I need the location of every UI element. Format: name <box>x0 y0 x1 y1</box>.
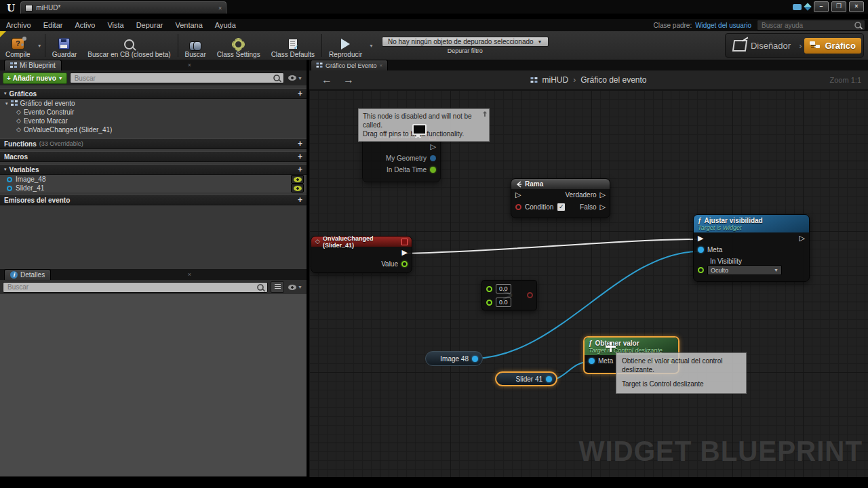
tab-close-icon[interactable]: × <box>188 62 191 68</box>
exec-out-pin[interactable]: ▶ <box>402 249 408 256</box>
designer-mode-button[interactable]: Diseñador <box>728 37 796 54</box>
exec-in-pin[interactable]: ▶ <box>698 235 703 242</box>
compile-icon: ? <box>12 38 24 49</box>
details-search-input[interactable] <box>6 283 256 291</box>
feedback-icon[interactable] <box>793 4 802 10</box>
add-macro-button[interactable]: + <box>298 152 302 161</box>
help-search[interactable] <box>757 20 865 30</box>
node-rama[interactable]: Rama ▷ Verdadero ▷ Condition ✓ Falso ▷ <box>511 178 610 218</box>
function-icon: ƒ <box>589 340 593 347</box>
node-get-image48[interactable]: Image 48 <box>425 351 483 366</box>
node-compare[interactable]: > 0.0 0.0 <box>481 280 537 310</box>
graph-canvas[interactable]: This node is disabled and will not be ca… <box>309 90 868 477</box>
delta-time-pin[interactable] <box>430 167 436 173</box>
true-exec-pin[interactable]: ▷ <box>600 191 606 199</box>
compare-result-pin[interactable] <box>527 292 533 298</box>
menu-ventana[interactable]: Ventana <box>169 21 208 29</box>
compile-options-caret-icon[interactable]: ▼ <box>36 43 43 48</box>
menu-depurar[interactable]: Depurar <box>130 21 170 29</box>
eye-filter-icon[interactable] <box>288 285 296 290</box>
menu-editar[interactable]: Editar <box>37 21 69 29</box>
target-pin[interactable] <box>589 358 595 364</box>
section-variables[interactable]: ▾ Variables + <box>0 164 307 175</box>
object-out-pin[interactable] <box>472 356 478 362</box>
variable-row-image48[interactable]: Image_48 <box>0 175 307 184</box>
class-defaults-button[interactable]: Class Defaults <box>266 31 320 60</box>
details-tab[interactable]: i Detalles <box>4 269 51 280</box>
close-button[interactable]: × <box>849 1 864 12</box>
variable-row-slider41[interactable]: Slider_41 <box>0 184 307 192</box>
target-pin[interactable] <box>698 247 704 253</box>
tab-close-icon[interactable]: × <box>380 62 383 68</box>
property-matrix-button[interactable] <box>271 281 284 293</box>
blueprint-search[interactable] <box>70 73 284 83</box>
exec-out-pin[interactable]: ▷ <box>431 143 436 150</box>
section-functions[interactable]: Functions (33 Overridable) + <box>0 138 307 149</box>
expand-arrow-icon[interactable]: ▾ <box>4 91 7 96</box>
tree-item-event-graph[interactable]: ▾ Gráfico del evento <box>0 99 307 108</box>
exec-in-pin[interactable]: ▷ <box>515 191 521 199</box>
breadcrumb-root[interactable]: miHUD <box>542 75 568 85</box>
asset-tab-mihud[interactable]: miHUD* × <box>20 1 226 14</box>
asset-tab-close-icon[interactable]: × <box>218 5 222 12</box>
condition-checkbox[interactable]: ✓ <box>557 203 566 211</box>
add-variable-button[interactable]: + <box>298 165 302 174</box>
play-button[interactable]: Reproducir <box>323 31 368 60</box>
node-onvaluechanged[interactable]: ◇ OnValueChanged (Slider_41) ▶ Value <box>311 236 412 273</box>
section-event-dispatchers[interactable]: Emisores del evento + <box>0 195 307 205</box>
tab-close-icon[interactable]: × <box>188 271 191 278</box>
section-macros[interactable]: Macros + <box>0 151 307 162</box>
add-graph-button[interactable]: + <box>298 89 302 98</box>
eye-filter-icon[interactable] <box>288 75 296 81</box>
event-graph-tab[interactable]: Gráfico Del Evento × <box>311 60 388 70</box>
my-blueprint-tab[interactable]: Mi Blueprint <box>4 60 62 70</box>
tree-item-onvaluechanged[interactable]: ◇ OnValueChanged (Slider_41) <box>0 125 307 134</box>
expand-arrow-icon[interactable]: ▾ <box>5 101 8 106</box>
menu-vista[interactable]: Vista <box>101 21 130 29</box>
expand-arrow-icon[interactable]: ▾ <box>4 167 7 172</box>
visibility-dropdown[interactable]: Oculto ▼ <box>707 265 782 275</box>
add-function-button[interactable]: + <box>298 139 302 148</box>
forward-arrow-icon[interactable]: → <box>338 74 359 86</box>
back-arrow-icon[interactable]: ← <box>316 74 338 86</box>
breadcrumb-page[interactable]: Gráfico del evento <box>580 75 646 85</box>
debug-object-dropdown[interactable]: No hay ningún objeto de depurado selecci… <box>382 37 549 47</box>
compare-input-a-pin[interactable] <box>486 286 492 292</box>
variable-visibility-button[interactable] <box>291 184 304 192</box>
maximize-button[interactable]: ❐ <box>831 1 846 12</box>
help-search-input[interactable] <box>760 21 854 30</box>
minimize-button[interactable]: – <box>814 1 829 12</box>
asset-tab-label: miHUD* <box>36 4 60 12</box>
marketplace-icon[interactable] <box>804 3 811 10</box>
chevron-down-icon[interactable]: ▼ <box>298 285 302 289</box>
node-ajustar-visibilidad[interactable]: ƒAjustar visibilidad Target is Widget ▶▷… <box>693 214 810 282</box>
find-button[interactable]: Buscar <box>180 31 212 60</box>
section-graphs[interactable]: ▾ Gráficos + <box>0 88 307 99</box>
node-get-slider41[interactable]: Slider 41 <box>495 371 557 386</box>
chevron-down-icon[interactable]: ▼ <box>298 76 302 81</box>
in-visibility-pin[interactable] <box>698 267 704 273</box>
menu-ayuda[interactable]: Ayuda <box>209 21 242 29</box>
save-button[interactable]: Guardar <box>47 31 83 60</box>
details-search[interactable] <box>3 282 268 293</box>
find-in-cb-button[interactable]: Buscar en CB (closed beta) <box>82 31 176 60</box>
geometry-pin[interactable] <box>430 155 436 161</box>
value-pin[interactable] <box>401 261 408 267</box>
menu-archivo[interactable]: Archivo <box>0 21 37 29</box>
blueprint-search-input[interactable] <box>73 74 273 83</box>
object-out-pin[interactable] <box>546 376 552 382</box>
add-dispatcher-button[interactable]: + <box>298 195 302 205</box>
add-new-button[interactable]: + Añadir nuevo ▼ <box>3 73 67 84</box>
parent-class-link[interactable]: Widget del usuario <box>695 22 751 29</box>
graph-mode-button[interactable]: Gráfico <box>804 38 861 54</box>
tree-item-evento-construir[interactable]: ◇ Evento Construir <box>0 108 307 117</box>
tree-item-evento-marcar[interactable]: ◇ Evento Marcar <box>0 117 307 125</box>
variable-visibility-button[interactable] <box>291 175 304 184</box>
exec-out-pin[interactable]: ▷ <box>800 235 805 242</box>
class-settings-button[interactable]: Class Settings <box>212 31 266 60</box>
false-exec-pin[interactable]: ▷ <box>600 203 606 211</box>
play-options-caret-icon[interactable]: ▼ <box>368 43 375 48</box>
condition-pin[interactable] <box>515 204 521 210</box>
compare-input-b-pin[interactable] <box>486 300 492 306</box>
menu-activo[interactable]: Activo <box>68 21 101 29</box>
